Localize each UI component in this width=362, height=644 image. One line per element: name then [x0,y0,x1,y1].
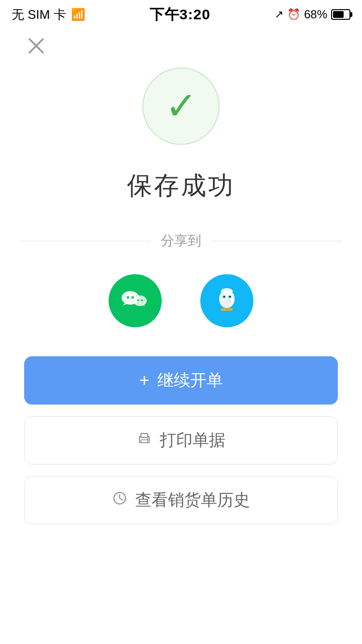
printer-icon [137,431,152,450]
share-divider: 分享到 [19,232,343,250]
svg-point-16 [226,308,233,311]
qq-icon [210,284,243,317]
wechat-icon [119,284,152,317]
battery-percent: 68% [304,8,327,21]
alarm-icon: ⏰ [287,8,300,21]
location-icon: ↗ [275,8,283,21]
continue-icon: + [139,370,149,391]
svg-point-4 [127,296,129,299]
action-buttons: + 继续开单 打印单据 [0,356,362,524]
print-button[interactable]: 打印单据 [24,416,338,464]
svg-point-7 [141,299,143,301]
print-label: 打印单据 [160,429,225,451]
svg-point-5 [132,296,134,299]
svg-point-3 [133,295,147,306]
svg-point-12 [230,296,231,297]
battery-icon [331,9,350,20]
clock-icon [112,490,127,510]
divider-left [19,241,151,241]
status-left: 无 SIM 卡 📶 [12,6,85,23]
battery-fill [333,11,344,18]
wifi-icon: 📶 [71,8,85,21]
qq-share-button[interactable] [200,274,253,327]
share-icons-container [19,274,343,327]
close-button[interactable] [24,34,48,58]
success-circle: ✓ [142,68,220,145]
status-bar: 无 SIM 卡 📶 下午3:20 ↗ ⏰ 68% [0,0,362,29]
wechat-share-button[interactable] [109,274,162,327]
divider-right [211,241,343,241]
status-time: 下午3:20 [150,5,210,25]
share-section: 分享到 [0,232,362,327]
sim-status: 无 SIM 卡 [12,6,66,23]
share-label: 分享到 [161,232,201,250]
svg-point-14 [222,298,232,307]
history-button[interactable]: 查看销货单历史 [24,476,338,524]
svg-point-21 [147,438,149,440]
success-title: 保存成功 [127,169,235,203]
continue-button[interactable]: + 继续开单 [24,356,338,405]
svg-point-15 [221,308,227,311]
status-right: ↗ ⏰ 68% [275,8,350,21]
main-content: ✓ 保存成功 分享到 [0,29,362,524]
continue-label: 继续开单 [157,369,223,392]
svg-point-6 [137,299,139,301]
checkmark-icon: ✓ [165,87,197,126]
svg-rect-19 [141,434,148,437]
svg-point-11 [224,296,225,297]
history-label: 查看销货单历史 [135,489,250,511]
svg-rect-20 [141,440,148,443]
svg-point-17 [221,288,233,294]
